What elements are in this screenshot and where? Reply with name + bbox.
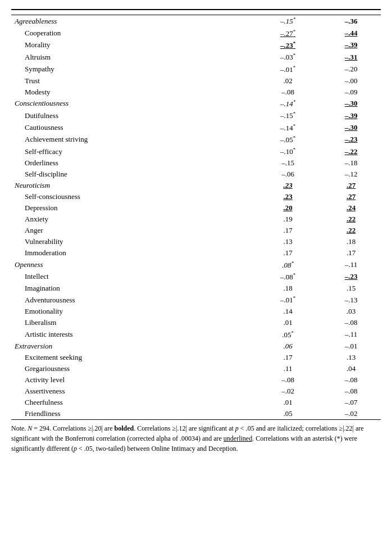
intimacy-cell: –.02 [254,386,321,397]
intimacy-cell: –.08* [254,271,321,283]
intimacy-cell: –.27* [254,27,321,39]
deception-cell: –.20 [321,63,381,75]
scale-cell: Intellect [11,271,254,283]
table-row: Dutifulness–.15*–.39 [11,110,381,121]
table-row: Morality–.23*–.39 [11,39,381,51]
scale-cell: Modesty [11,87,254,98]
intimacy-cell: .06 [254,341,321,352]
table-row: Orderliness–.15–.18 [11,157,381,169]
table-row: Conscientiousness–.14*–.30 [11,98,381,110]
deception-cell: .04 [321,363,381,374]
intimacy-cell: –.01* [254,294,321,306]
deception-cell: –.39 [321,110,381,121]
deception-cell: .27 [321,191,381,202]
scale-cell: Neuroticism [11,180,254,191]
col-header-deception [321,10,381,15]
scale-cell: Achievement striving [11,134,254,146]
intimacy-cell: .05 [254,408,321,420]
deception-cell: –.01 [321,341,381,352]
deception-cell: .27 [321,180,381,191]
deception-cell: –.30 [321,121,381,133]
deception-cell: –.36 [321,15,381,28]
scale-cell: Depression [11,202,254,214]
deception-cell: .22 [321,225,381,236]
scale-cell: Emotionality [11,306,254,317]
intimacy-cell: .01 [254,317,321,328]
deception-cell: –.18 [321,157,381,169]
table-note: Note. N = 294. Correlations ≥|.20| are b… [11,423,381,454]
scale-cell: Gregariousness [11,363,254,374]
deception-cell: .24 [321,202,381,214]
table-row: Anger.17.22 [11,225,381,236]
table-row: Modesty–.08–.09 [11,87,381,98]
scale-cell: Sympathy [11,63,254,75]
scale-cell: Activity level [11,374,254,386]
scale-cell: Extraversion [11,341,254,352]
deception-cell: –.11 [321,259,381,270]
intimacy-cell: .11 [254,363,321,374]
intimacy-cell: .23 [254,180,321,191]
deception-cell: .15 [321,283,381,294]
intimacy-cell: –.08 [254,374,321,386]
deception-cell: .17 [321,247,381,259]
scale-cell: Orderliness [11,157,254,169]
table-row: Artistic interests.05*–.11 [11,328,381,340]
deception-cell: –.08 [321,386,381,397]
scale-cell: Self-efficacy [11,146,254,157]
scale-cell: Immoderation [11,247,254,259]
table-row: Activity level–.08–.08 [11,374,381,386]
table-row: Adventurousness–.01*–.13 [11,294,381,306]
scale-cell: Cooperation [11,27,254,39]
intimacy-cell: .02 [254,75,321,87]
deception-cell: –.44 [321,27,381,39]
intimacy-cell: .23 [254,191,321,202]
table-row: Altruism–.03*–.31 [11,51,381,63]
scale-cell: Anxiety [11,214,254,225]
table-row: Agreeableness–.15*–.36 [11,15,381,28]
table-row: Cautiousness–.14*–.30 [11,121,381,133]
scale-cell: Excitement seeking [11,352,254,363]
table-row: Cheerfulness.01–.07 [11,397,381,408]
intimacy-cell: .14 [254,306,321,317]
intimacy-cell: –.10* [254,146,321,157]
scale-cell: Vulnerability [11,236,254,247]
correlation-table: Agreeableness–.15*–.36Cooperation–.27*–.… [11,9,381,420]
scale-cell: Trust [11,75,254,87]
scale-cell: Imagination [11,283,254,294]
scale-cell: Self-discipline [11,169,254,180]
table-row: Achievement striving–.05*–.23 [11,134,381,146]
intimacy-cell: –.08 [254,87,321,98]
table-row: Friendliness.05–.02 [11,408,381,420]
deception-cell: .03 [321,306,381,317]
deception-cell: –.13 [321,294,381,306]
deception-cell: –.31 [321,51,381,63]
table-row: Self-consciousness.23.27 [11,191,381,202]
table-row: Self-efficacy–.10*–.22 [11,146,381,157]
scale-cell: Friendliness [11,408,254,420]
intimacy-cell: .19 [254,214,321,225]
table-row: Excitement seeking.17.13 [11,352,381,363]
scale-cell: Artistic interests [11,328,254,340]
deception-cell: –.39 [321,39,381,51]
intimacy-cell: –.01* [254,63,321,75]
scale-cell: Assertiveness [11,386,254,397]
table-row: Trust.02–.00 [11,75,381,87]
intimacy-cell: .17 [254,352,321,363]
table-row: Depression.20.24 [11,202,381,214]
deception-cell: –.30 [321,98,381,110]
scale-cell: Agreeableness [11,15,254,28]
scale-cell: Conscientiousness [11,98,254,110]
deception-cell: –.00 [321,75,381,87]
scale-cell: Anger [11,225,254,236]
intimacy-cell: .13 [254,236,321,247]
table-row: Emotionality.14.03 [11,306,381,317]
intimacy-cell: –.14* [254,98,321,110]
table-row: Cooperation–.27*–.44 [11,27,381,39]
scale-cell: Cheerfulness [11,397,254,408]
intimacy-cell: –.14* [254,121,321,133]
table-row: Self-discipline–.06–.12 [11,169,381,180]
scale-cell: Altruism [11,51,254,63]
deception-cell: .13 [321,352,381,363]
table-row: Immoderation.17.17 [11,247,381,259]
scale-cell: Dutifulness [11,110,254,121]
